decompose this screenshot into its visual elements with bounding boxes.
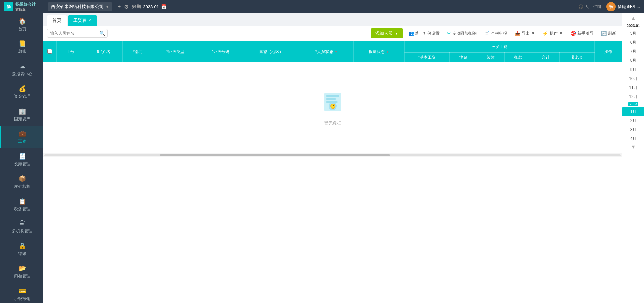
th-checkbox [43, 41, 56, 62]
month-2022-06[interactable]: 6月 [622, 38, 644, 47]
th-name: ⇅ *姓名 [84, 41, 123, 62]
search-box[interactable]: 🔍 [47, 29, 108, 38]
funds-icon: 💰 [18, 85, 26, 92]
company-selector[interactable]: 西安矿米网络科技有限公司 ▼ [48, 2, 112, 11]
th-salary-group: 应发工资 [405, 41, 595, 53]
th-action: 操作 [595, 41, 622, 62]
sidebar-item-invoice[interactable]: 🧾 发票管理 [0, 148, 43, 171]
tax-report-button[interactable]: 📄 个税申报 [482, 29, 509, 38]
sidebar-item-inventory[interactable]: 📦 库存核算 [0, 171, 43, 193]
month-2022-07[interactable]: 7月 [622, 47, 644, 56]
assets-icon: 🏢 [18, 107, 26, 115]
empty-state: 😐 暂无数据 [43, 62, 622, 153]
add-person-button[interactable]: 添加人员 ▼ [371, 28, 403, 38]
sidebar-item-salary[interactable]: 💼 工资 [0, 126, 43, 148]
content-area: 首页 工资表 ✕ 🔍 添加人员 ▼ [43, 13, 622, 303]
main-layout: 🏠 首页 📒 总账 ☁ 云报表中心 💰 资金管理 🏢 固定资产 💼 工资 🧾 发… [0, 13, 644, 303]
month-2023-02[interactable]: 2月 [622, 116, 644, 125]
sidebar-item-assets[interactable]: 🏢 固定资产 [0, 103, 43, 126]
panel-down-button[interactable]: ▼ [622, 143, 644, 151]
search-input[interactable] [50, 31, 97, 36]
settings-button[interactable]: ⚙ [124, 4, 129, 10]
tab-salary-label: 工资表 [73, 17, 86, 24]
month-2022-08[interactable]: 8月 [622, 56, 644, 65]
sidebar-label-assets: 固定资产 [14, 116, 30, 122]
tab-close-icon[interactable]: ✕ [88, 18, 91, 23]
logo-icon: 畅 [4, 2, 13, 11]
month-2022-12[interactable]: 12月 [622, 92, 644, 101]
th-idno: *证照号码 [198, 41, 243, 62]
user-info[interactable]: 畅 畅捷通B组... [606, 2, 640, 11]
sidebar-item-tax[interactable]: 📋 税务管理 [0, 193, 43, 216]
select-all-checkbox[interactable] [47, 49, 52, 54]
cloud-icon: ☁ [19, 62, 25, 70]
service-button[interactable]: 🎧 人工咨询 [578, 4, 601, 10]
scrollbar-thumb [160, 154, 390, 156]
chevron-down-icon: ▼ [106, 5, 109, 9]
sidebar-label-invoice: 发票管理 [14, 161, 30, 167]
operation-button[interactable]: ⚡ 操作 ▼ [540, 29, 565, 38]
scrollbar-track [44, 154, 621, 156]
month-2023-01[interactable]: 1月 [622, 107, 644, 116]
person-status-filter-icon[interactable]: ▼ [334, 50, 338, 54]
sidebar-item-expense[interactable]: 💳 小畅报销 [0, 283, 43, 303]
special-deduction-button[interactable]: ✂ 专项附加扣除 [445, 29, 479, 38]
company-name: 西安矿米网络科技有限公司 [51, 4, 104, 10]
app-edition: 旗舰版 [15, 7, 36, 12]
operation-arrow-icon: ▼ [559, 31, 563, 36]
th-id: 工号 [56, 41, 84, 62]
sidebar-item-archive[interactable]: 📂 归档管理 [0, 261, 43, 283]
add-company-button[interactable]: + [118, 4, 121, 10]
app-name: 畅通好会计 [15, 2, 36, 7]
month-2023-03[interactable]: 3月 [622, 125, 644, 134]
th-dept: *部门 [122, 41, 153, 62]
sidebar: 🏠 首页 📒 总账 ☁ 云报表中心 💰 资金管理 🏢 固定资产 💼 工资 🧾 发… [0, 13, 43, 303]
user-label: 畅捷通B组... [618, 4, 640, 10]
sidebar-item-home[interactable]: 🏠 首页 [0, 13, 43, 36]
panel-period-header: 2023.01 [625, 22, 641, 29]
deduction-icon: ✂ [447, 31, 451, 36]
sidebar-item-close[interactable]: 🔒 结账 [0, 238, 43, 261]
social-icon: 👥 [408, 31, 414, 36]
tab-home[interactable]: 首页 [47, 15, 67, 26]
expense-icon: 💳 [18, 287, 26, 295]
report-status-filter-icon[interactable]: ▼ [386, 50, 389, 54]
social-insurance-button[interactable]: 👥 统一社保设置 [406, 29, 442, 38]
refresh-button[interactable]: 🔄 刷新 [599, 29, 618, 38]
sidebar-label-close: 结账 [18, 251, 26, 257]
empty-icon: 😐 [319, 89, 346, 116]
ledger-icon: 📒 [18, 40, 26, 47]
sidebar-label-expense: 小畅报销 [14, 296, 30, 302]
tax-report-icon: 📄 [484, 31, 490, 36]
headset-icon: 🎧 [578, 4, 583, 9]
export-button[interactable]: 📤 导出 ▼ [513, 29, 537, 38]
sidebar-item-ledger[interactable]: 📒 总账 [0, 36, 43, 58]
guide-button[interactable]: 🎯 新手引导 [568, 29, 596, 38]
export-icon: 📤 [515, 31, 520, 36]
avatar: 畅 [606, 2, 616, 11]
th-perstatus: *人员状态 ▼ [300, 41, 354, 62]
salary-icon: 💼 [18, 130, 26, 137]
month-2022-11[interactable]: 11月 [622, 83, 644, 92]
tab-salary[interactable]: 工资表 ✕ [68, 15, 97, 26]
sidebar-label-ledger: 总账 [18, 49, 26, 54]
home-icon: 🏠 [18, 17, 26, 25]
th-idtype: *证照类型 [153, 41, 198, 62]
th-deduction: 扣款 [504, 53, 532, 63]
refresh-icon: 🔄 [601, 31, 607, 36]
page-content: 🔍 添加人员 ▼ 👥 统一社保设置 ✂ 专项附加扣除 [43, 26, 622, 303]
sidebar-item-funds[interactable]: 💰 资金管理 [0, 81, 43, 103]
month-2022-09[interactable]: 9月 [622, 65, 644, 74]
archive-icon: 📂 [18, 265, 26, 272]
month-2023-04[interactable]: 4月 [622, 134, 644, 143]
topbar-right: 🎧 人工咨询 畅 畅捷通B组... [578, 2, 640, 11]
panel-up-button[interactable]: ▲ [622, 15, 644, 22]
empty-text: 暂无数据 [324, 120, 341, 126]
bottom-scrollbar[interactable] [43, 153, 622, 157]
sidebar-item-multi[interactable]: 🏛 多机构管理 [0, 216, 43, 238]
month-2022-05[interactable]: 5月 [622, 29, 644, 38]
month-2022-10[interactable]: 10月 [622, 74, 644, 83]
sort-icon: ⇅ [96, 49, 100, 54]
sidebar-item-cloud[interactable]: ☁ 云报表中心 [0, 58, 43, 81]
calendar-icon[interactable]: 📅 [161, 4, 167, 9]
